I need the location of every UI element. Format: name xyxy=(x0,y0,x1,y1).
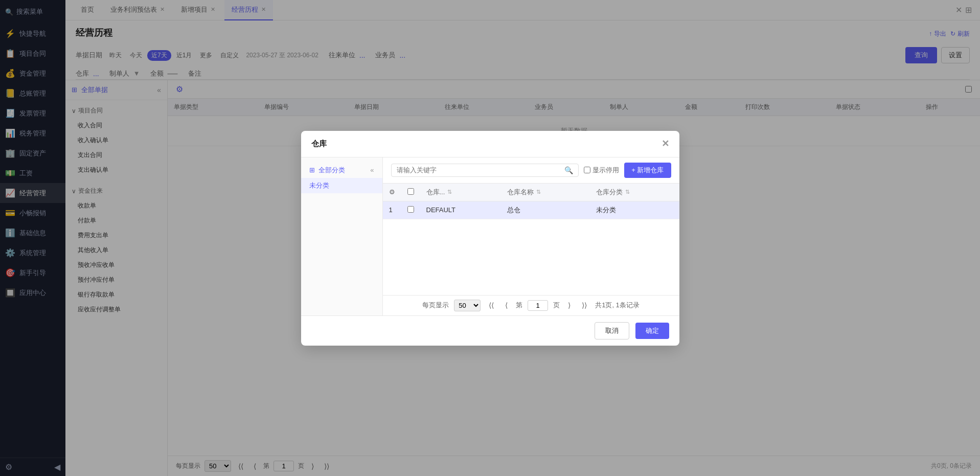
modal-table-row[interactable]: 1 DEFAULT 总仓 未分类 xyxy=(383,201,679,219)
modal-search-input[interactable] xyxy=(397,166,562,174)
show-disabled-checkbox[interactable] xyxy=(584,167,590,173)
modal-th-checkbox xyxy=(401,184,420,201)
modal-first-btn[interactable]: ⟨⟨ xyxy=(486,300,497,310)
modal-category-list: 未分类 xyxy=(301,178,382,193)
th-code-sort[interactable]: 仓库... ⇅ xyxy=(426,188,495,197)
modal-search-icon: 🔍 xyxy=(564,166,573,174)
modal-title: 仓库 xyxy=(311,139,327,149)
warehouse-modal: 仓库 ✕ ⊞ 全部分类 « 未分类 xyxy=(301,131,679,346)
add-warehouse-button[interactable]: + 新增仓库 xyxy=(624,163,671,178)
modal-th-category[interactable]: 仓库分类 ⇅ xyxy=(590,184,679,201)
modal-left-panel: ⊞ 全部分类 « 未分类 xyxy=(301,157,383,315)
th-settings-icon[interactable]: ⚙ xyxy=(389,188,395,196)
th-name-sort[interactable]: 仓库名称 ⇅ xyxy=(507,188,584,197)
modal-row-id: 1 xyxy=(383,201,401,219)
th-category-sort[interactable]: 仓库分类 ⇅ xyxy=(596,188,673,197)
modal-th-code[interactable]: 仓库... ⇅ xyxy=(420,184,501,201)
modal-row-name: 总仓 xyxy=(501,201,590,219)
modal-row-category: 未分类 xyxy=(590,201,679,219)
show-disabled-label[interactable]: 显示停用 xyxy=(584,166,619,175)
modal-page-input[interactable] xyxy=(528,300,548,311)
modal-pagination: 每页显示 50 100 ⟨⟨ ⟨ 第 页 ⟩ ⟩⟩ 共1页, 1条记录 xyxy=(383,295,679,315)
modal-search-wrap[interactable]: 🔍 xyxy=(391,164,579,177)
modal-left-toggle[interactable]: « xyxy=(370,166,374,174)
modal-th-settings: ⚙ xyxy=(383,184,401,201)
modal-body: ⊞ 全部分类 « 未分类 🔍 显 xyxy=(301,157,679,315)
modal-row-select[interactable] xyxy=(407,206,414,213)
modal-footer: 取消 确定 xyxy=(301,315,679,346)
modal-all-categories-label: ⊞ 全部分类 xyxy=(309,166,346,175)
modal-row-checkbox[interactable] xyxy=(401,201,420,219)
modal-category-uncategorized[interactable]: 未分类 xyxy=(301,178,382,193)
modal-prev-btn[interactable]: ⟨ xyxy=(502,300,511,310)
confirm-button[interactable]: 确定 xyxy=(635,323,669,339)
modal-warehouse-table: ⚙ 仓库... ⇅ xyxy=(383,184,679,219)
modal-total-text: 共1页, 1条记录 xyxy=(595,301,640,310)
modal-right-panel: 🔍 显示停用 + 新增仓库 ⚙ xyxy=(383,157,679,315)
modal-next-btn[interactable]: ⟩ xyxy=(565,300,574,310)
modal-table-wrap: ⚙ 仓库... ⇅ xyxy=(383,184,679,295)
modal-select-all[interactable] xyxy=(407,188,414,195)
modal-overlay[interactable]: 仓库 ✕ ⊞ 全部分类 « 未分类 xyxy=(0,0,980,476)
modal-close-button[interactable]: ✕ xyxy=(662,139,669,148)
modal-left-header[interactable]: ⊞ 全部分类 « xyxy=(301,163,382,178)
cancel-button[interactable]: 取消 xyxy=(595,322,629,339)
modal-row-code: DEFAULT xyxy=(420,201,501,219)
modal-per-page-select[interactable]: 50 100 xyxy=(454,300,481,311)
modal-last-btn[interactable]: ⟩⟩ xyxy=(579,300,590,310)
modal-header: 仓库 ✕ xyxy=(301,131,679,157)
modal-th-name[interactable]: 仓库名称 ⇅ xyxy=(501,184,590,201)
modal-toolbar: 🔍 显示停用 + 新增仓库 xyxy=(383,157,679,184)
